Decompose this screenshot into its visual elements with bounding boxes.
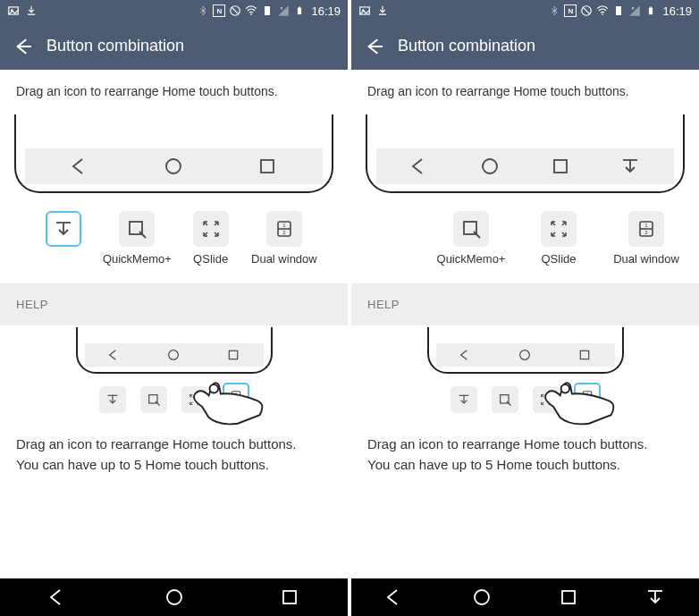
tool-quickmemo[interactable]: QuickMemo+ (102, 211, 172, 266)
sys-recent-button[interactable] (526, 586, 612, 608)
hand-illustration-icon (185, 376, 270, 429)
tool-label: QuickMemo+ (103, 252, 172, 266)
screen-right: N × 16:19 Button combination Drag an ico… (351, 0, 699, 485)
nfc-icon: N (564, 4, 577, 17)
back-button[interactable] (364, 37, 382, 55)
mini-back-icon (107, 348, 122, 362)
help-text-line2: You can have up to 5 Home touch buttons. (16, 455, 332, 476)
mini-back-icon (459, 348, 473, 362)
mini-recent-icon (577, 348, 592, 362)
do-not-disturb-icon (229, 4, 241, 17)
mini-home-icon (518, 348, 532, 362)
tool-label: Dual window (251, 252, 317, 266)
page-title: Button combination (398, 37, 535, 55)
help-tools-row (423, 386, 628, 413)
help-area: Drag an icon to rearrange Home touch but… (0, 325, 348, 485)
tool-qslide[interactable]: QSlide (524, 211, 594, 266)
status-time: 16:19 (662, 4, 692, 18)
instruction-text: Drag an icon to rearrange Home touch but… (351, 70, 699, 107)
svg-rect-17 (298, 8, 301, 15)
svg-rect-18 (299, 6, 301, 7)
preview-back-button[interactable] (34, 156, 127, 177)
wifi-icon (596, 4, 609, 17)
preview-pull-button[interactable] (595, 156, 665, 177)
mini-recent-icon (226, 348, 240, 362)
do-not-disturb-icon (580, 4, 593, 17)
preview-recent-button[interactable] (221, 156, 314, 177)
screen-left: N × 16:19 Button combination Drag an ico… (0, 0, 348, 485)
preview-nav-row (25, 148, 323, 184)
svg-text:×: × (281, 5, 283, 11)
sys-home-button[interactable] (438, 586, 525, 608)
svg-rect-26 (651, 6, 653, 7)
tool-quickmemo[interactable]: QuickMemo+ (436, 211, 506, 266)
nfc-icon: N (213, 4, 225, 17)
hand-illustration-icon (536, 376, 621, 429)
tool-row: QuickMemo+ QSlide Dual window (0, 206, 348, 266)
sim-icon (261, 4, 274, 17)
help-phone-preview (76, 327, 273, 374)
sys-home-button[interactable] (116, 586, 232, 608)
tool-row: QuickMemo+ QSlide Dual window (351, 206, 699, 266)
instruction-text: Drag an icon to rearrange Home touch but… (0, 70, 348, 107)
wifi-icon (245, 4, 257, 17)
signal-icon: × (628, 4, 641, 17)
tool-notification-pull[interactable] (29, 211, 98, 266)
system-navbar-right (351, 578, 699, 616)
svg-line-14 (232, 7, 239, 14)
page-title: Button combination (46, 37, 184, 55)
download-icon (376, 4, 389, 17)
picture-icon (358, 4, 371, 17)
mini-tool-pull (451, 386, 477, 413)
tool-dualwindow[interactable]: Dual window (611, 211, 681, 266)
tool-label: QSlide (541, 252, 576, 266)
back-button[interactable] (13, 37, 30, 55)
preview-back-button[interactable] (385, 156, 455, 177)
preview-home-button[interactable] (455, 156, 525, 177)
download-icon (25, 4, 38, 17)
phone-preview (366, 114, 685, 193)
sys-back-button[interactable] (351, 586, 438, 608)
help-text-line2: You can have up to 5 Home touch buttons. (367, 455, 683, 476)
mini-tool-memo (140, 386, 167, 413)
mini-tool-pull (99, 386, 126, 413)
picture-icon (7, 4, 20, 17)
help-section-header: HELP (351, 283, 699, 325)
sys-recent-button[interactable] (232, 586, 348, 608)
sim-icon (612, 4, 625, 17)
sys-back-button[interactable] (0, 586, 116, 608)
tool-label: Dual window (613, 252, 679, 266)
svg-line-22 (583, 7, 590, 14)
help-tools-row (72, 386, 277, 413)
tool-label: QSlide (193, 252, 228, 266)
preview-nav-row (376, 148, 674, 184)
tool-dualwindow[interactable]: Dual window (249, 211, 319, 266)
battery-icon (293, 4, 306, 17)
bluetooth-icon (197, 4, 209, 17)
status-bar: N × 16:19 (0, 0, 348, 21)
preview-home-button[interactable] (127, 156, 220, 177)
phone-preview (14, 114, 333, 193)
svg-point-23 (602, 13, 604, 15)
help-section-header: HELP (0, 283, 348, 325)
help-area: Drag an icon to rearrange Home touch but… (351, 325, 699, 485)
battery-icon (644, 4, 657, 17)
svg-point-15 (251, 13, 253, 15)
bluetooth-icon (548, 4, 560, 17)
signal-icon: × (277, 4, 290, 17)
mini-tool-memo (492, 386, 518, 413)
preview-recent-button[interactable] (526, 156, 595, 177)
tool-label: QuickMemo+ (437, 252, 506, 266)
tool-qslide[interactable]: QSlide (176, 211, 246, 266)
help-phone-preview (427, 327, 624, 374)
svg-text:×: × (632, 5, 635, 11)
mini-home-icon (166, 348, 181, 362)
sys-pull-button[interactable] (612, 586, 699, 608)
help-text-line1: Drag an icon to rearrange Home touch but… (367, 435, 683, 455)
help-text-line1: Drag an icon to rearrange Home touch but… (16, 435, 332, 455)
app-bar: Button combination (351, 21, 699, 70)
svg-rect-25 (649, 8, 653, 15)
app-bar: Button combination (0, 21, 348, 70)
status-time: 16:19 (311, 4, 341, 18)
status-bar: N × 16:19 (351, 0, 699, 21)
